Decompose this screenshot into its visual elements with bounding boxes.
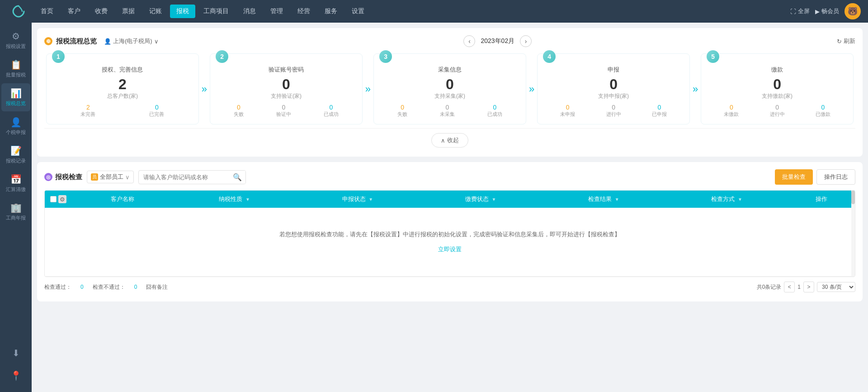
fail-count[interactable]: 0 xyxy=(134,284,137,290)
fullscreen-btn[interactable]: ⛶ 全屏 xyxy=(790,7,810,15)
nav-items: 首页 客户 收费 票据 记账 报税 工商项目 消息 管理 经营 服务 设置 xyxy=(34,5,790,18)
nav-invoices[interactable]: 票据 xyxy=(116,5,141,18)
collapse-up-icon: ∧ xyxy=(441,137,445,144)
refresh-icon: ↻ xyxy=(837,38,842,45)
step-5-stat-0: 0 未缴款 xyxy=(724,104,739,118)
step-1-stat-1: 0 已完善 xyxy=(149,104,164,118)
pass-count[interactable]: 0 xyxy=(80,284,84,290)
member-btn[interactable]: ▶ 畅会员 xyxy=(815,7,839,15)
step-4-count: 0 xyxy=(545,76,682,92)
chevron-down-icon: ∨ xyxy=(154,38,159,45)
sidebar-item-download[interactable]: ⬇ xyxy=(1,343,30,365)
step-5-stat-2: 0 已缴款 xyxy=(816,104,830,118)
overview-card: ⊕ 报税流程总览 👤 上海(电子税局) ∨ ‹ 2023年02月 › ↻ 刷新 xyxy=(37,28,863,157)
sidebar-item-tax-overview[interactable]: 📊 报税总览 xyxy=(1,83,30,111)
sidebar-item-location[interactable]: 📍 xyxy=(1,366,30,387)
sidebar-item-personal-tax[interactable]: 👤 个税申报 xyxy=(1,112,30,140)
overview-header: ⊕ 报税流程总览 👤 上海(电子税局) ∨ ‹ 2023年02月 › ↻ 刷新 xyxy=(44,35,855,47)
scrollbar-thumb[interactable] xyxy=(851,191,855,204)
nav-bizproject[interactable]: 工商项目 xyxy=(197,5,235,18)
scrollbar-track[interactable] xyxy=(851,191,855,277)
arrow-4: » xyxy=(692,53,699,124)
step-3-stat-2: 0 已成功 xyxy=(487,104,502,118)
step-4-title: 申报 xyxy=(545,66,682,74)
step-3-number: 3 xyxy=(379,50,392,63)
step-4-stat-2: 0 已申报 xyxy=(652,104,667,118)
sidebar-bottom: ⬇ 📍 xyxy=(1,343,30,392)
step-1-count: 2 xyxy=(54,76,191,92)
next-month-btn[interactable]: › xyxy=(520,35,532,47)
step-2-count: 0 xyxy=(217,76,355,92)
nav-service[interactable]: 服务 xyxy=(318,5,344,18)
step-4-sub: 支持申报(家) xyxy=(545,92,682,100)
step-5-number: 5 xyxy=(707,50,719,63)
play-icon: ▶ xyxy=(815,8,820,15)
step-4-stats: 0 未申报 0 进行中 0 已申报 xyxy=(545,104,682,118)
refresh-button[interactable]: ↻ 刷新 xyxy=(837,37,855,45)
check-table-wrap: ⚙ 客户名称 纳税性质 ▼ 申报状态 ▼ xyxy=(44,190,855,277)
nav-operations[interactable]: 经营 xyxy=(291,5,316,18)
col-pay-status-filter-icon[interactable]: ▼ xyxy=(492,197,496,202)
next-page-btn[interactable]: > xyxy=(803,282,814,292)
double-arrow-icon-1: » xyxy=(202,83,207,95)
step-5-title: 缴款 xyxy=(708,66,846,74)
employee-filter[interactable]: 员 全部员工 ∨ xyxy=(87,171,134,183)
col-declare-status: 申报状态 ▼ xyxy=(296,191,419,208)
setup-link[interactable]: 立即设置 xyxy=(438,246,462,253)
nav-fees[interactable]: 收费 xyxy=(89,5,114,18)
batch-check-button[interactable]: 批量检查 xyxy=(775,169,813,185)
search-button[interactable]: 🔍 xyxy=(229,171,245,184)
location-selector[interactable]: 👤 上海(电子税局) ∨ xyxy=(104,37,159,45)
prev-page-btn[interactable]: < xyxy=(784,282,795,292)
double-arrow-icon-3: » xyxy=(529,83,534,95)
nav-messages[interactable]: 消息 xyxy=(237,5,262,18)
check-actions: 批量检查 操作日志 xyxy=(775,169,855,185)
annual-report-icon: 🏢 xyxy=(10,202,22,213)
col-check-method-filter-icon[interactable]: ▼ xyxy=(738,197,742,202)
fullscreen-icon: ⛶ xyxy=(790,8,796,15)
sidebar-item-annual-report[interactable]: 🏢 工商年报 xyxy=(1,198,30,225)
sidebar-item-batch-tax[interactable]: 📋 批量报税 xyxy=(1,55,30,82)
pass-label: 检查通过： xyxy=(44,283,71,291)
step-5-sub: 支持缴款(家) xyxy=(708,92,846,100)
step-4-stat-0: 0 未申报 xyxy=(560,104,575,118)
step-1-stats: 2 未完善 0 已完善 xyxy=(54,104,191,118)
step-1-card: 1 授权、完善信息 2 总客户数(家) 2 未完善 0 已完善 xyxy=(46,53,199,124)
mascot-avatar[interactable]: 🐻 xyxy=(844,3,861,19)
search-input[interactable] xyxy=(139,172,229,183)
select-all-checkbox[interactable] xyxy=(50,196,57,202)
sidebar-item-tax-settings[interactable]: ⚙ 报税设置 xyxy=(1,26,30,54)
app-logo[interactable] xyxy=(7,0,30,23)
month-navigation: ‹ 2023年02月 › xyxy=(463,35,532,47)
col-declare-status-filter-icon[interactable]: ▼ xyxy=(368,197,373,202)
col-tax-nature: 纳税性质 ▼ xyxy=(173,191,296,208)
overview-title: ⊕ 报税流程总览 xyxy=(44,37,97,46)
step-2-stat-2: 0 已成功 xyxy=(324,104,339,118)
sidebar-item-tax-records[interactable]: 📝 报税记录 xyxy=(1,141,30,168)
nav-right: ⛶ 全屏 ▶ 畅会员 🐻 xyxy=(790,3,861,19)
personal-tax-icon: 👤 xyxy=(10,117,22,128)
col-operations: 操作 xyxy=(788,191,855,208)
nav-accounting[interactable]: 记账 xyxy=(143,5,168,18)
nav-home[interactable]: 首页 xyxy=(34,5,60,18)
col-check-result-filter-icon[interactable]: ▼ xyxy=(615,197,619,202)
nav-clients[interactable]: 客户 xyxy=(61,5,87,18)
sidebar-item-annual-settlement[interactable]: 📅 汇算清缴 xyxy=(1,169,30,197)
main-content: ⊕ 报税流程总览 👤 上海(电子税局) ∨ ‹ 2023年02月 › ↻ 刷新 xyxy=(32,23,868,392)
settings-col-icon[interactable]: ⚙ xyxy=(58,195,66,203)
top-navigation: 首页 客户 收费 票据 记账 报税 工商项目 消息 管理 经营 服务 设置 ⛶ … xyxy=(0,0,868,23)
step-2-title: 验证账号密码 xyxy=(217,66,355,74)
nav-settings[interactable]: 设置 xyxy=(345,5,371,18)
annual-icon: 📅 xyxy=(10,174,22,185)
nav-tax[interactable]: 报税 xyxy=(170,5,195,18)
download-icon: ⬇ xyxy=(12,348,20,359)
col-tax-nature-filter-icon[interactable]: ▼ xyxy=(245,197,250,202)
nav-management[interactable]: 管理 xyxy=(264,5,289,18)
step-4-card: 4 申报 0 支持申报(家) 0 未申报 0 进行中 0 已申报 xyxy=(537,53,690,124)
operation-log-button[interactable]: 操作日志 xyxy=(816,169,855,185)
step-3-stat-1: 0 未采集 xyxy=(440,104,455,118)
page-size-select[interactable]: 30 条/页 50 条/页 100 条/页 xyxy=(817,282,855,292)
collapse-button[interactable]: ∧ 收起 xyxy=(431,133,468,148)
col-client-name: 客户名称 xyxy=(72,191,173,208)
prev-month-btn[interactable]: ‹ xyxy=(463,35,475,47)
